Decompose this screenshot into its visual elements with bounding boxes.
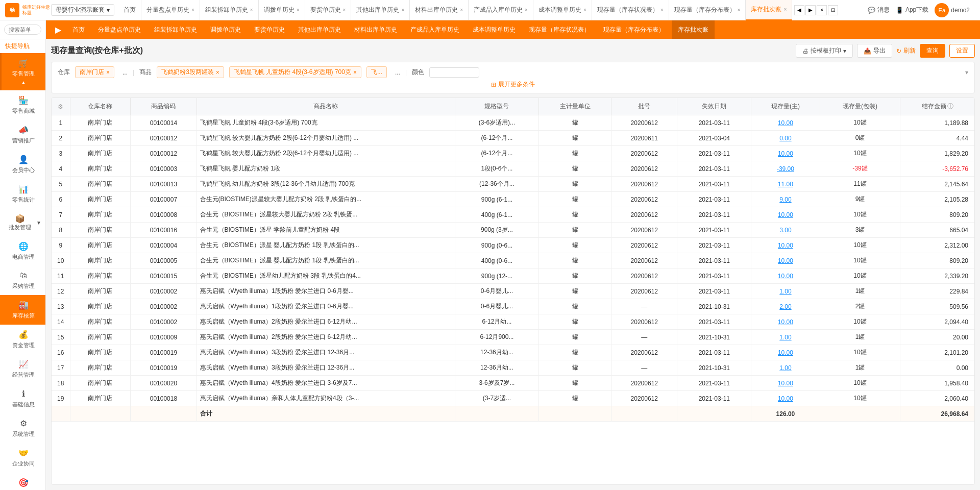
sidebar-item-retail-shop[interactable]: 🏪 零售商城 [0, 90, 45, 120]
product-more-btn[interactable]: ... [395, 69, 400, 76]
finance-icon: 💰 [18, 330, 29, 339]
cell-qty-main[interactable]: 10.00 [751, 314, 820, 330]
sidebar-item-member[interactable]: 👤 会员中心 [0, 150, 45, 179]
tab-diaobo[interactable]: 调拨单历史 × [259, 0, 305, 20]
cell-qty-main[interactable]: 1.00 [751, 330, 820, 345]
tab-home[interactable]: 首页 [118, 0, 141, 20]
cell-qty-main[interactable]: 3.00 [751, 223, 820, 238]
tab-yaohuo[interactable]: 要货单历史 × [305, 0, 352, 20]
sidebar-item-guide[interactable]: 🎯 新手引导 [0, 473, 45, 490]
cell-qty-main[interactable]: 10.00 [751, 268, 820, 284]
warehouse-tag-close[interactable]: × [106, 69, 110, 76]
cell-qty-main[interactable]: -39.00 [751, 161, 820, 177]
tab-qita[interactable]: 其他出库单历史 × [351, 0, 410, 20]
cell-qty-main[interactable]: 0.00 [751, 131, 820, 146]
th-settings[interactable]: ⚙ [52, 98, 70, 115]
sidebar-item-finance[interactable]: 💰 资金管理 [0, 325, 45, 354]
color-input[interactable] [434, 69, 475, 76]
sidebar-item-purchase[interactable]: 🛍 采购管理 [0, 266, 45, 295]
tab-prev-btn[interactable]: ◀ [794, 5, 804, 15]
tab-zuchai[interactable]: 组装拆卸单历史 × [200, 0, 259, 20]
warehouse-filter-tag[interactable]: 南岸门店 × [75, 66, 114, 78]
cell-expire: 2021-03-11 [677, 253, 751, 268]
tab-chanpin[interactable]: 产成品入库单历史 × [469, 0, 533, 20]
nav-zuchai[interactable]: 组装拆卸单历史 [148, 20, 203, 39]
sidebar-item-warehouse[interactable]: 🏭 库存核算 [0, 295, 45, 325]
industry-selector[interactable]: 母婴行业演示账套 ▾ [51, 4, 114, 16]
cell-no: 6 [52, 192, 70, 207]
product-filter-tag-3[interactable]: 飞... [366, 66, 387, 78]
tab-kucun2[interactable]: 现存量（库存分布表） × [669, 0, 746, 20]
cell-unit: 罐 [539, 177, 611, 192]
cell-qty-main[interactable]: 10.00 [751, 391, 820, 406]
warehouse-more-btn[interactable]: ... [122, 69, 128, 76]
nav-chanpin[interactable]: 产成品入库单历史 [404, 20, 465, 39]
cell-qty-main[interactable]: 1.00 [751, 284, 820, 299]
message-btn[interactable]: 💬 消息 [868, 6, 890, 14]
sidebar-item-system[interactable]: ⚙ 系统管理 [0, 413, 45, 443]
cell-unit: 罐 [539, 314, 611, 330]
cell-qty-main[interactable]: 10.00 [751, 207, 820, 223]
nav-kucun3[interactable]: 库存批次账 [672, 20, 715, 39]
nav-diaobo[interactable]: 调拨单历史 [204, 20, 247, 39]
nav-kucun1[interactable]: 现存量（库存状况表） [523, 20, 596, 39]
cell-spec: 12-36月幼... [455, 360, 538, 376]
product-filter-tag-1[interactable]: 飞鹤奶粉3段两罐装 × [157, 66, 224, 78]
settings-btn[interactable]: 设置 [949, 44, 975, 58]
user-avatar-btn[interactable]: Ea demo2 [935, 3, 970, 17]
tab-chengben[interactable]: 成本调整单历史 × [533, 0, 592, 20]
template-print-btn[interactable]: 🖨 按模板打印 ▾ [796, 44, 853, 58]
tab-maximize-btn[interactable]: ⊡ [828, 5, 838, 15]
nav-cailiao[interactable]: 材料出库单历史 [348, 20, 403, 39]
cell-qty-main[interactable]: 9.00 [751, 192, 820, 207]
cell-qty-main[interactable]: 2.00 [751, 299, 820, 314]
tab-cailiao[interactable]: 材料出库单历史 × [410, 0, 469, 20]
amount-info-icon[interactable]: ⓘ [947, 103, 953, 110]
nav-kucun2[interactable]: 现存量（库存分布表） [597, 20, 671, 39]
expand-more-btn[interactable]: ⊞ 展开更多条件 [58, 80, 968, 89]
tab-fenpan[interactable]: 分量盘点单历史 × [141, 0, 200, 20]
sidebar-item-basic[interactable]: ℹ 基础信息 [0, 384, 45, 413]
nav-fenpan[interactable]: 分量盘点单历史 [92, 20, 147, 39]
cell-qty-main[interactable]: 10.00 [751, 115, 820, 131]
product-filter-tag-2[interactable]: 飞鹤星飞帆 儿童奶粉 4段(3-6岁适用) 700克 × [229, 66, 361, 78]
tab-close-all-btn[interactable]: × [817, 5, 827, 15]
sidebar-item-corp[interactable]: 🤝 企业协同 [0, 443, 45, 473]
query-btn[interactable]: 查询 [920, 44, 945, 58]
cell-qty-main[interactable]: 10.00 [751, 238, 820, 253]
cell-qty-main[interactable]: 11.00 [751, 177, 820, 192]
sidebar-item-retail-stats[interactable]: 📊 零售统计 [0, 179, 45, 209]
quick-nav-link[interactable]: 快捷导航 [0, 39, 45, 53]
nav-home[interactable]: 首页 [66, 20, 91, 39]
cell-qty-main[interactable]: 10.00 [751, 345, 820, 360]
tab-kucun1[interactable]: 现存量（库存状况表） × [592, 0, 669, 20]
cell-qty-main[interactable]: 10.00 [751, 146, 820, 161]
sidebar-item-marketing[interactable]: 📣 营销推广 [0, 120, 45, 150]
product-tag1-close[interactable]: × [216, 69, 219, 76]
sidebar-item-batch-mgmt[interactable]: 📦 批发管理 ▼ [0, 209, 45, 236]
nav-yaohuo[interactable]: 要货单历史 [248, 20, 291, 39]
column-settings-icon[interactable]: ⚙ [58, 103, 63, 110]
sidebar-item-ecommerce[interactable]: 🌐 电商管理 [0, 236, 45, 266]
cell-qty-main[interactable]: 10.00 [751, 376, 820, 391]
cell-expire: 2021-03-11 [677, 314, 751, 330]
color-dropdown-arrow[interactable]: ▾ [965, 69, 968, 76]
sidebar-item-operations[interactable]: 📈 经营管理 [0, 354, 45, 384]
cell-code: 00100019 [131, 360, 197, 376]
export-btn[interactable]: 📤 导出 [857, 44, 892, 58]
refresh-btn[interactable]: ↻ 刷新 [896, 46, 916, 55]
tab-next-btn[interactable]: ▶ [805, 5, 816, 15]
cell-qty-main[interactable]: 1.00 [751, 360, 820, 376]
tab-kucun3[interactable]: 库存批次账 × [746, 0, 792, 20]
nav-qita[interactable]: 其他出库单历史 [292, 20, 347, 39]
cell-batch: 20200612 [611, 192, 677, 207]
nav-chengben[interactable]: 成本调整单历史 [467, 20, 522, 39]
cell-code: 00100019 [131, 345, 197, 360]
sidebar-item-retail-mgmt[interactable]: 🛒 零售管理 ▲ [0, 53, 45, 90]
th-unit: 主计量单位 [539, 98, 611, 115]
nav-btn-expand[interactable]: ▶ [51, 20, 65, 39]
app-download-btn[interactable]: 📱 App下载 [896, 6, 928, 14]
search-input[interactable] [4, 24, 41, 35]
product-tag2-close[interactable]: × [353, 69, 357, 76]
cell-qty-main[interactable]: 10.00 [751, 253, 820, 268]
